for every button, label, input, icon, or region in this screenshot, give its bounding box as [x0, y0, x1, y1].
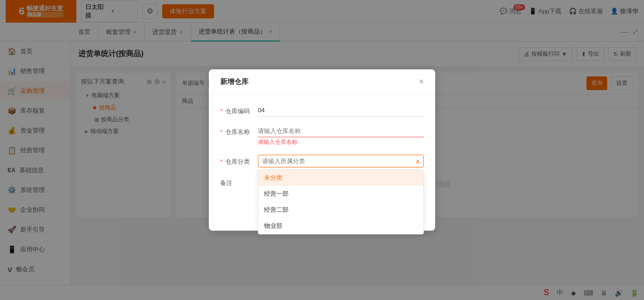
warehouse-code-label: * 仓库编码 — [220, 104, 258, 116]
required-star3: * — [220, 158, 223, 165]
warehouse-code-wrap — [258, 104, 424, 117]
warehouse-category-wrap: ∧ 未分类 经营一部 经营二部 物业部 — [258, 155, 424, 167]
warehouse-note-label: 备注 — [220, 176, 258, 187]
required-star: * — [220, 108, 223, 115]
modal-close-icon[interactable]: × — [419, 77, 424, 87]
warehouse-name-input[interactable] — [258, 125, 424, 137]
warehouse-category-label: * 仓库分类 — [220, 155, 258, 166]
warehouse-code-row: * 仓库编码 — [220, 104, 424, 117]
modal-title: 新增仓库 — [220, 77, 248, 86]
modal-body: * 仓库编码 * 仓库名称 请输入仓库名称 * 仓库分类 — [209, 95, 435, 188]
warehouse-name-label: * 仓库名称 — [220, 125, 258, 136]
required-star2: * — [220, 128, 223, 135]
warehouse-category-input[interactable] — [258, 155, 424, 167]
category-dropdown-icon[interactable]: ∧ — [415, 158, 420, 165]
add-warehouse-modal: 新增仓库 × * 仓库编码 * 仓库名称 请输入仓库名称 — [209, 69, 435, 231]
warehouse-name-error: 请输入仓库名称 — [258, 138, 424, 146]
modal-header: 新增仓库 × — [209, 69, 435, 95]
warehouse-name-wrap: 请输入仓库名称 — [258, 125, 424, 146]
warehouse-name-row: * 仓库名称 请输入仓库名称 — [220, 125, 424, 146]
warehouse-code-input[interactable] — [258, 104, 424, 117]
warehouse-category-row: * 仓库分类 ∧ 未分类 经营一部 经营二部 物业部 — [220, 155, 424, 167]
dropdown-item-uncategorized[interactable]: 未分类 — [258, 170, 423, 186]
dropdown-item-ops1[interactable]: 经营一部 — [258, 186, 423, 202]
dropdown-item-property[interactable]: 物业部 — [258, 218, 423, 234]
dropdown-item-ops2[interactable]: 经营二部 — [258, 202, 423, 218]
category-dropdown-list: 未分类 经营一部 经营二部 物业部 — [258, 169, 424, 234]
